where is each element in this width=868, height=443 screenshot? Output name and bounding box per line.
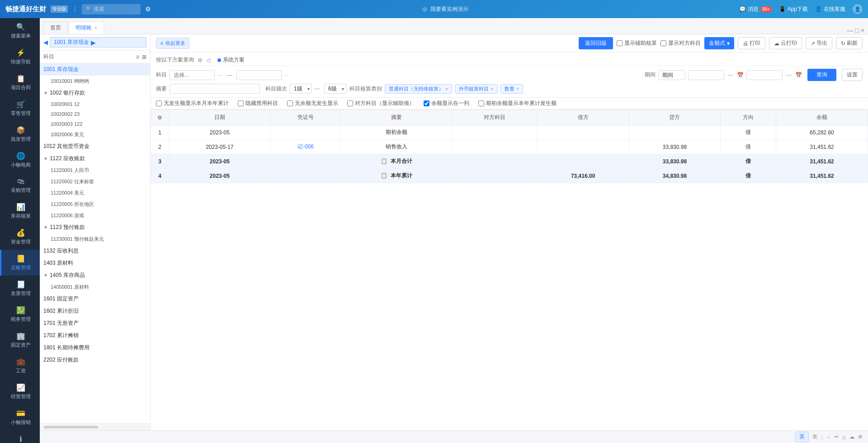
tree-node-10010001[interactable]: 10010001 哟哟哟 [40,76,150,87]
cb-no-balance[interactable]: 无余额无发生显示 [287,100,338,107]
tree-node-1403[interactable]: 1403 原材料 [40,257,150,269]
minimize-icon[interactable]: — [847,27,853,34]
settings-icon[interactable]: ⚙ [145,5,151,13]
online-service-button[interactable]: 👤 在线客服 [815,5,845,13]
cb-no-occurrence[interactable]: 无发生额显示本月本年累计 [156,100,229,107]
voucher-link-2[interactable]: 记-006 [297,143,314,150]
tree-node-1601[interactable]: 1601 固定资产 [40,293,150,305]
cb-balance-one-line[interactable]: 余额显示在一列 [424,100,469,107]
account-filter-input-end[interactable] [236,70,282,80]
sidebar-item-inventory[interactable]: 📊 库存核算 [0,198,40,224]
refresh-button[interactable]: ↻ 刷新 [836,37,863,49]
export-button[interactable]: ↗ 导出 [806,37,832,49]
sidebar-item-ledger[interactable]: 📒 总账管理 [0,250,40,276]
sidebar-item-invoice[interactable]: 🧾 发票管理 [0,276,40,301]
tree-node-1012[interactable]: 1012 其他货币资金 [40,140,150,152]
expand-more-button[interactable]: ∧ 收起更多 [156,38,189,49]
tree-node-2202[interactable]: 2202 应付账款 [40,354,150,366]
user-avatar[interactable]: 👤 [853,4,863,14]
sidebar-item-project[interactable]: 📋 项目合同 [0,70,40,95]
sidebar-item-assets[interactable]: 🏢 固定资产 [0,327,40,353]
summary-input[interactable] [170,84,260,94]
cb-hide-disabled-input[interactable] [238,100,244,106]
tree-node-1122[interactable]: ▼ 1122 应收账款 [40,152,150,165]
query-button[interactable]: 查询 [807,69,836,81]
tree-node-1123[interactable]: ▼ 1123 预付账款 [40,221,150,233]
translate-icon[interactable]: 英 [795,432,809,442]
demo-link[interactable]: 我要看实例演示 [430,5,468,13]
tree-node-1132[interactable]: 1132 应收利息 [40,245,150,257]
tree-node-11220004[interactable]: 11220004 美元 [40,187,150,199]
contra-account-input[interactable] [660,40,666,46]
amount-mode-button[interactable]: 金额式 ▾ [704,37,734,49]
tree-node-14050001[interactable]: 14050001 原材料 [40,281,150,293]
query-settings-icon[interactable]: ⚙ [198,57,203,63]
tree-node-10020006[interactable]: 10020006 美元 [40,129,150,140]
selected-account-tag[interactable]: 1001 库存现金 ▶ [50,37,146,48]
english-icon[interactable]: 英 [812,433,817,440]
cb-contra[interactable]: 对方科目（显示辅助项） [347,100,415,107]
tree-node-11220005[interactable]: 11220005 所在地区 [40,199,150,210]
sidebar-item-purchase[interactable]: 🛍 采购管理 [0,173,40,198]
tree-back-icon[interactable]: ◀ [43,39,48,46]
show-aux-accounting-checkbox[interactable]: 显示辅助核算 [617,39,657,47]
filter-tag-normal-close[interactable]: × [445,86,448,91]
app-download-button[interactable]: 📱 App下载 [779,5,808,13]
tree-node-11220002[interactable]: 11220002 往来标签 [40,176,150,187]
tree-node-11230001[interactable]: 11230001 预付账款美元 [40,233,150,245]
sidebar-item-wholesale[interactable]: 📦 批发管理 [0,121,40,147]
maximize-icon[interactable]: □ [855,27,859,34]
sidebar-item-basic[interactable]: ℹ 基础信息 [0,430,40,443]
cloud-print-button[interactable]: ☁ 云打印 [769,37,802,49]
filter-tag-quantity-close[interactable]: × [516,86,519,91]
sidebar-item-finance[interactable]: 💰 资金管理 [0,224,40,250]
table-settings-icon[interactable]: ⚙ [157,114,162,121]
tree-node-1602[interactable]: 1602 累计折旧 [40,305,150,317]
cloud-sync-icon[interactable]: △ [842,434,846,440]
period-to-input[interactable]: 2023-05 [746,70,783,80]
settings-icon-bottom[interactable]: ⚙ [858,434,863,440]
sidebar-item-tax[interactable]: 💹 税务管理 [0,301,40,327]
sidebar-item-shortcut[interactable]: ⚡ 快捷导航 [0,44,40,70]
period-type-select[interactable]: 期间 [658,70,685,80]
tree-node-11220006[interactable]: 11220006 游戏 [40,210,150,221]
sidebar-item-payroll[interactable]: 💼 工资 [0,353,40,379]
tree-node-1002[interactable]: ▼ 1002 银行存款 [40,87,150,99]
cloud-icon[interactable]: ☁ [849,434,854,440]
filter-tag-foreign-close[interactable]: × [491,86,493,91]
sidebar-item-operations[interactable]: 📈 经营管理 [0,379,40,405]
sidebar-item-marketing[interactable]: 💳 小畅报销 [0,405,40,430]
tree-list-icon[interactable]: ≡ [136,54,139,60]
tree-node-10020001[interactable]: 10020001 12 [40,99,150,109]
cb-initial-balance[interactable]: 期初余额显示本年累计发生额 [478,100,557,107]
tree-node-1702[interactable]: 1702 累计摊销 [40,329,150,342]
search-input-area[interactable]: 🔍 搜索 [82,4,141,14]
tree-node-1405[interactable]: ▼ 1405 库存商品 [40,269,150,281]
cb-hide-disabled[interactable]: 隐藏禁用科目 [238,100,278,107]
sidebar-item-ecommerce[interactable]: 🌐 小畅电商 [0,147,40,173]
system-plan-label[interactable]: 系统方案 [223,56,245,64]
tab-close-icon[interactable]: × [94,25,97,30]
account-filter-end-more[interactable]: ··· [284,72,289,78]
tab-ledger-detail[interactable]: 明细账 × [69,21,104,34]
tree-node-1701[interactable]: 1701 无形资产 [40,317,150,329]
aux-accounting-input[interactable] [617,40,623,46]
return-old-version-button[interactable]: 返回旧版 [579,37,613,49]
cb-no-occurrence-input[interactable] [156,100,162,106]
tree-expand-icon[interactable]: ⊞ [142,54,146,60]
tree-node-11220001[interactable]: 11220001 人民币 [40,165,150,176]
tab-home[interactable]: 首页 [43,21,68,34]
arrow-icon[interactable]: → [826,434,831,440]
messages-button[interactable]: 💬 消息 99+ [739,5,772,13]
query-collapse-icon[interactable]: ◁ [206,57,210,63]
period-from-input[interactable]: 2023-05 [688,70,724,80]
tree-node-1801[interactable]: 1801 长期待摊费用 [40,342,150,354]
show-contra-account-checkbox[interactable]: 显示对方科目 [660,39,701,47]
cb-no-balance-input[interactable] [287,100,293,106]
level-from-select[interactable]: 1级 [290,84,312,94]
tree-node-10020002[interactable]: 10020002 23 [40,109,150,119]
col-gear[interactable]: ⚙ [151,110,169,125]
sidebar-item-retail[interactable]: 🛒 零售管理 [0,95,40,121]
account-filter-input[interactable] [170,70,215,80]
cell-voucher-2[interactable]: 记-006 [270,140,341,154]
